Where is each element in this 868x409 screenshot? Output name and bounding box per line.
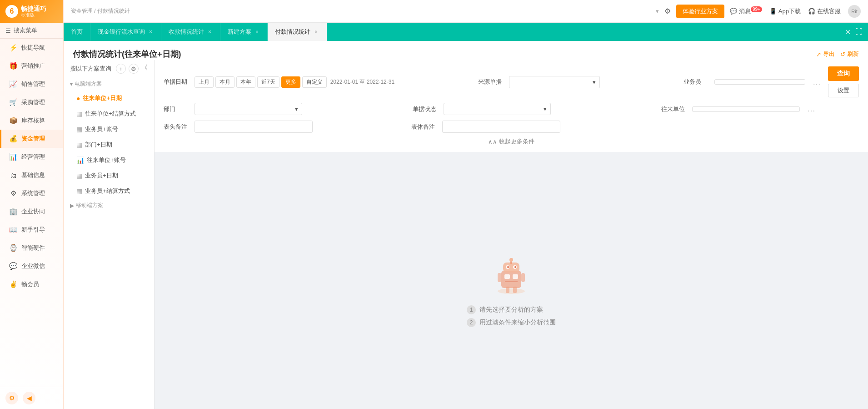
- filter-and-content: 按以下方案查询 + ⚙ 《 ▾ 电脑端方案 ● 往来单位+日期 ▦: [64, 60, 868, 409]
- quick-nav-icon: ⚡: [9, 44, 18, 52]
- manage-scheme-btn[interactable]: ⚙: [129, 64, 139, 74]
- headset-icon: 🎧: [808, 8, 815, 15]
- sidebar-item-operations[interactable]: 📊 经营管理: [0, 148, 63, 166]
- search-menu[interactable]: ☰ 搜索菜单: [0, 23, 63, 39]
- svg-point-11: [507, 266, 509, 268]
- tab-payment-stats[interactable]: 付款情况统计 ×: [268, 23, 327, 41]
- sidebar-item-guide[interactable]: 📖 新手引导: [0, 221, 63, 239]
- hardware-icon: ⌚: [9, 244, 18, 252]
- empty-state: 1 请先选择要分析的方案 2 用过滤条件来缩小分析范围: [467, 252, 556, 327]
- sidebar-item-inventory[interactable]: 📦 库存核算: [0, 111, 63, 130]
- scheme-group-mobile[interactable]: ▶ 移动端方案: [64, 199, 154, 212]
- settings-btn[interactable]: ⚙: [5, 392, 18, 404]
- filter-settings-btn[interactable]: 设置: [828, 84, 859, 97]
- purchase-icon: 🛒: [9, 98, 18, 106]
- scheme-item-counterparty-account[interactable]: 📊 往来单位+账号: [64, 152, 154, 168]
- scheme-item-counterparty-payment[interactable]: ▦ 往来单位+结算方式: [64, 106, 154, 121]
- empty-tip-1: 1 请先选择要分析的方案: [467, 305, 556, 314]
- tab-bank-flow-close[interactable]: ×: [148, 28, 154, 35]
- topbar-actions: 💬 消息 99+ 📱 App下载 🎧 在线客服 Rit: [730, 5, 861, 18]
- system-icon: ⚙: [9, 189, 18, 197]
- sidebar-item-sales[interactable]: 📈 销售管理: [0, 75, 63, 93]
- scheme-icon-4: 📊: [76, 157, 84, 164]
- tab-home[interactable]: 首页: [64, 23, 90, 41]
- tab-new-scheme-close[interactable]: ×: [254, 28, 260, 35]
- gear-icon[interactable]: ⚙: [664, 7, 671, 15]
- empty-area: 1 请先选择要分析的方案 2 用过滤条件来缩小分析范围: [155, 152, 868, 409]
- scheme-item-salesperson-account[interactable]: ▦ 业务员+账号: [64, 121, 154, 137]
- add-scheme-btn[interactable]: +: [116, 64, 126, 74]
- svg-rect-6: [506, 287, 509, 293]
- export-icon: ↗: [816, 51, 821, 58]
- sidebar-nav: ⚡ 快捷导航 🎁 营销推广 📈 销售管理 🛒 采购管理 📦 库存核算 💰 资金管…: [0, 39, 63, 387]
- collapse-sidebar-btn[interactable]: ◀: [23, 392, 35, 404]
- dept-select[interactable]: ▾: [195, 103, 302, 115]
- page-title: 付款情况统计(往来单位+日期): [73, 49, 181, 60]
- svg-point-0: [498, 288, 525, 294]
- body-remark-input[interactable]: [442, 121, 560, 133]
- sidebar-item-system[interactable]: ⚙ 系统管理: [0, 184, 63, 202]
- sidebar-item-purchase[interactable]: 🛒 采购管理: [0, 93, 63, 111]
- collapse-btn[interactable]: ∧∧ 收起更多条件: [488, 135, 534, 148]
- breadcrumb: 资金管理 / 付款情况统计: [71, 7, 650, 15]
- logo-icon: 6: [5, 5, 18, 18]
- app-download-action[interactable]: 📱 App下载: [769, 7, 801, 15]
- header-remark-input[interactable]: [195, 121, 313, 133]
- page-header-actions: ↗ 导出 ↺ 刷新: [816, 48, 859, 60]
- export-btn[interactable]: ↗ 导出: [816, 48, 835, 60]
- sidebar-item-basic-info[interactable]: 🗂 基础信息: [0, 166, 63, 184]
- tab-payment-stats-close[interactable]: ×: [313, 28, 319, 35]
- messages-action[interactable]: 💬 消息 99+: [730, 7, 762, 15]
- inventory-icon: 📦: [9, 116, 18, 125]
- scheme-item-salesperson-date[interactable]: ▦ 业务员+日期: [64, 168, 154, 183]
- tab-new-scheme[interactable]: 新建方案 ×: [220, 23, 268, 41]
- chevron-down-icon[interactable]: ▾: [656, 8, 659, 15]
- query-btn[interactable]: 查询: [828, 66, 859, 81]
- refresh-btn[interactable]: ↺ 刷新: [840, 48, 859, 60]
- scheme-item-counterparty-date[interactable]: ● 往来单位+日期: [64, 91, 154, 106]
- svg-point-14: [509, 258, 513, 262]
- date-btn-custom[interactable]: 自定义: [302, 76, 327, 88]
- sidebar-item-vip[interactable]: ✌ 畅会员: [0, 275, 63, 293]
- tab-maximize-btn[interactable]: ⛶: [855, 28, 863, 36]
- page-content: 付款情况统计(往来单位+日期) ↗ 导出 ↺ 刷新 按以下方案查询 +: [64, 41, 868, 409]
- refresh-icon: ↺: [840, 51, 845, 58]
- chevron-down-icon: ▾: [295, 106, 298, 112]
- vip-icon: ✌: [9, 280, 18, 288]
- scheme-item-salesperson-payment[interactable]: ▦ 业务员+结算方式: [64, 183, 154, 199]
- source-select[interactable]: ▾: [509, 76, 600, 88]
- doc-status-label: 单据状态: [413, 105, 438, 113]
- tab-bank-flow[interactable]: 现金银行流水查询 ×: [90, 23, 161, 41]
- salesperson-more-btn[interactable]: …: [813, 77, 821, 87]
- guide-icon: 📖: [9, 226, 18, 234]
- filter-query-col: 查询 设置: [828, 66, 859, 97]
- salesperson-select[interactable]: [714, 79, 805, 85]
- sidebar-item-finance[interactable]: 💰 资金管理: [0, 130, 63, 148]
- date-btn-this-month[interactable]: 本月: [215, 76, 234, 88]
- counterparty-more-btn[interactable]: …: [807, 104, 815, 114]
- date-btn-last-month[interactable]: 上月: [195, 76, 214, 88]
- sidebar-item-hardware[interactable]: ⌚ 智能硬件: [0, 239, 63, 257]
- tab-receipt-stats[interactable]: 收款情况统计 ×: [161, 23, 220, 41]
- online-service-action[interactable]: 🎧 在线客服: [808, 7, 841, 15]
- tab-receipt-stats-close[interactable]: ×: [207, 28, 213, 35]
- doc-status-select[interactable]: ▾: [444, 103, 551, 115]
- finance-icon: 💰: [9, 135, 18, 143]
- scheme-icon-1: ▦: [76, 110, 82, 117]
- sidebar-item-quick-nav[interactable]: ⚡ 快捷导航: [0, 39, 63, 57]
- sidebar-item-marketing[interactable]: 🎁 营销推广: [0, 57, 63, 75]
- scheme-group-desktop[interactable]: ▾ 电脑端方案: [64, 77, 154, 91]
- sidebar-item-weixin[interactable]: 💬 企业微信: [0, 257, 63, 275]
- collapse-panel-btn[interactable]: 《: [141, 64, 148, 74]
- sidebar-item-enterprise[interactable]: 🏢 企业协同: [0, 202, 63, 221]
- user-avatar[interactable]: Rit: [848, 5, 861, 18]
- scheme-item-dept-date[interactable]: ▦ 部门+日期: [64, 137, 154, 152]
- counterparty-select[interactable]: [692, 106, 800, 112]
- date-btn-this-year[interactable]: 本年: [236, 76, 255, 88]
- sales-icon: 📈: [9, 80, 18, 88]
- tip-num-1: 1: [467, 305, 476, 314]
- trial-btn[interactable]: 体验行业方案: [676, 5, 724, 18]
- date-btn-more[interactable]: 更多: [281, 76, 300, 88]
- date-btn-7days[interactable]: 近7天: [257, 76, 279, 88]
- tab-close-all-btn[interactable]: ✕: [845, 28, 851, 36]
